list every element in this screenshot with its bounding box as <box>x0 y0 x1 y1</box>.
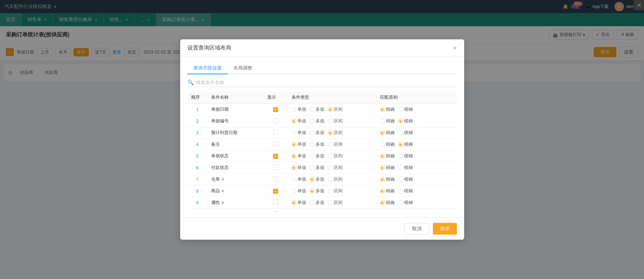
radio-type-2-0[interactable]: 单值 <box>292 118 306 124</box>
table-row: 8商品 ∨✓单值多值区间精确模糊 <box>187 185 457 197</box>
radio-type-5-1[interactable]: 多值 <box>310 153 324 159</box>
save-button[interactable]: 保存 <box>433 223 457 235</box>
radio-type-5-2[interactable]: 区间 <box>328 153 343 159</box>
radio-match-7-1[interactable]: 模糊 <box>398 176 413 182</box>
row-display-10[interactable] <box>264 209 288 212</box>
dialog-close-button[interactable]: × <box>453 45 457 51</box>
dialog-search-input[interactable] <box>196 80 261 85</box>
row-display-8[interactable]: ✓ <box>264 185 288 197</box>
radio-type-4-2[interactable]: 区间 <box>328 141 343 148</box>
row-type-3: 单值多值区间 <box>288 127 376 139</box>
radio-match-1-0[interactable]: 精确 <box>380 106 395 113</box>
radio-match-10-1[interactable]: 模糊 <box>398 211 413 212</box>
checkbox-display-7[interactable] <box>273 176 278 181</box>
radio-type-2-1[interactable]: 多值 <box>310 118 324 124</box>
radio-type-4-1[interactable]: 多值 <box>310 141 324 148</box>
radio-type-6-1[interactable]: 多值 <box>310 165 324 171</box>
radio-type-10-2[interactable]: 区间 <box>328 211 343 212</box>
radio-match-2-1[interactable]: 模糊 <box>398 118 413 124</box>
radio-match-8-0[interactable]: 精确 <box>380 188 395 194</box>
cancel-button[interactable]: 取消 <box>404 223 429 235</box>
row-display-6[interactable] <box>264 162 288 174</box>
radio-match-5-1[interactable]: 模糊 <box>398 153 413 159</box>
row-display-3[interactable] <box>264 127 288 139</box>
radio-type-1-0[interactable]: 单值 <box>292 106 306 113</box>
conditions-table-wrap: 顺序 条件名称 显示 条件类型 匹配原则 1单据日期✓单值多值区间精确模糊2单据… <box>187 91 457 212</box>
radio-type-9-1[interactable]: 多值 <box>310 200 324 206</box>
checkbox-display-1[interactable]: ✓ <box>273 107 278 112</box>
radio-circle-icon <box>380 189 385 193</box>
radio-match-4-1[interactable]: 模糊 <box>398 141 413 148</box>
radio-match-8-1[interactable]: 模糊 <box>398 188 413 194</box>
checkbox-display-8[interactable]: ✓ <box>273 189 278 194</box>
dialog-search-bar: 🔍 <box>187 79 457 87</box>
row-name-4: 备注 <box>208 139 264 150</box>
radio-circle-icon <box>380 177 385 182</box>
table-row: 5单据状态✓单值多值区间精确模糊 <box>187 150 457 162</box>
checkbox-display-5[interactable]: ✓ <box>273 154 278 159</box>
radio-type-10-0[interactable]: 单值 <box>292 211 306 212</box>
checkbox-display-9[interactable] <box>273 200 278 205</box>
radio-type-8-1[interactable]: 多值 <box>310 188 324 194</box>
row-type-4: 单值多值区间 <box>288 139 376 150</box>
row-display-1[interactable]: ✓ <box>264 104 288 115</box>
radio-match-6-1[interactable]: 模糊 <box>398 165 413 171</box>
checkbox-display-2[interactable] <box>273 118 278 123</box>
row-type-2: 单值多值区间 <box>288 115 376 127</box>
radio-type-9-2[interactable]: 区间 <box>328 200 343 206</box>
radio-match-4-0[interactable]: 精确 <box>380 141 395 148</box>
row-name-6: 付款状态 <box>208 162 264 174</box>
radio-match-3-1[interactable]: 模糊 <box>398 130 413 136</box>
checkbox-display-10[interactable] <box>273 211 278 212</box>
radio-type-8-2[interactable]: 区间 <box>328 188 343 194</box>
radio-type-7-2[interactable]: 区间 <box>328 176 343 182</box>
radio-circle-icon <box>310 165 315 170</box>
radio-type-3-0[interactable]: 单值 <box>292 130 306 136</box>
radio-circle-icon <box>310 154 315 158</box>
radio-type-2-2[interactable]: 区间 <box>328 118 343 124</box>
radio-match-1-1[interactable]: 模糊 <box>398 106 413 113</box>
row-display-9[interactable] <box>264 197 288 209</box>
radio-type-1-1[interactable]: 多值 <box>310 106 324 113</box>
radio-circle-icon <box>292 165 296 170</box>
dialog-tab-bar: 查询字段设置 布局调整 <box>187 63 457 74</box>
radio-circle-icon <box>292 119 296 123</box>
radio-match-5-0[interactable]: 精确 <box>380 153 395 159</box>
radio-type-10-1[interactable]: 多值 <box>310 211 324 212</box>
checkbox-display-3[interactable] <box>273 130 278 135</box>
radio-match-9-1[interactable]: 模糊 <box>398 200 413 206</box>
checkbox-display-4[interactable] <box>273 141 278 146</box>
row-display-7[interactable] <box>264 174 288 185</box>
row-name-3: 预计到货日期 <box>208 127 264 139</box>
dialog-tab-query-fields[interactable]: 查询字段设置 <box>187 63 228 74</box>
radio-type-6-0[interactable]: 单值 <box>292 165 306 171</box>
row-display-2[interactable] <box>264 115 288 127</box>
radio-type-3-2[interactable]: 区间 <box>328 130 343 136</box>
radio-match-3-0[interactable]: 精确 <box>380 130 395 136</box>
radio-type-7-1[interactable]: 多值 <box>310 176 324 182</box>
radio-type-4-0[interactable]: 单值 <box>292 141 306 148</box>
radio-circle-icon <box>292 130 296 135</box>
radio-match-2-0[interactable]: 精确 <box>380 118 395 124</box>
radio-type-5-0[interactable]: 单值 <box>292 153 306 159</box>
dialog-tab-layout[interactable]: 布局调整 <box>228 63 258 74</box>
radio-match-9-0[interactable]: 精确 <box>380 200 395 206</box>
row-display-4[interactable] <box>264 139 288 150</box>
row-display-5[interactable]: ✓ <box>264 150 288 162</box>
radio-match-10-0[interactable]: 精确 <box>380 211 395 212</box>
radio-circle-icon <box>398 189 403 193</box>
row-name-10: 有无商品图片 <box>208 209 264 212</box>
row-order-5: 5 <box>187 150 208 162</box>
checkbox-display-6[interactable] <box>273 165 278 170</box>
radio-type-9-0[interactable]: 单值 <box>292 200 306 206</box>
radio-type-8-0[interactable]: 单值 <box>292 188 306 194</box>
radio-type-1-2[interactable]: 区间 <box>328 106 343 113</box>
radio-type-3-1[interactable]: 多值 <box>310 130 324 136</box>
table-row: 4备注单值多值区间精确模糊 <box>187 139 457 150</box>
radio-match-7-0[interactable]: 精确 <box>380 176 395 182</box>
radio-type-7-0[interactable]: 单值 <box>292 176 306 182</box>
row-type-6: 单值多值区间 <box>288 162 376 174</box>
radio-type-6-2[interactable]: 区间 <box>328 165 343 171</box>
radio-match-6-0[interactable]: 精确 <box>380 165 395 171</box>
row-order-2: 2 <box>187 115 208 127</box>
